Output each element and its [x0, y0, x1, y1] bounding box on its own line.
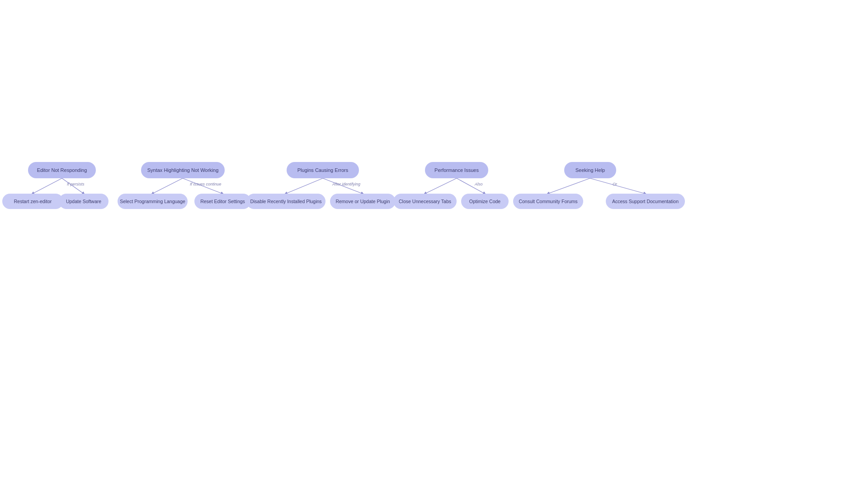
connector-label-if-issues: If issues continue: [190, 182, 222, 186]
svg-line-6: [425, 178, 457, 194]
node-close-tabs[interactable]: Close Unnecessary Tabs: [393, 194, 457, 209]
node-reset-editor-settings[interactable]: Reset Editor Settings: [194, 194, 251, 209]
node-remove-update-plugin[interactable]: Remove or Update Plugin: [330, 194, 396, 209]
node-syntax-highlighting[interactable]: Syntax Highlighting Not Working: [141, 162, 225, 178]
node-update-software[interactable]: Update Software: [59, 194, 108, 209]
svg-line-9: [590, 178, 645, 194]
node-optimize-code[interactable]: Optimize Code: [461, 194, 509, 209]
connector-lines: [0, 0, 868, 490]
connector-label-also: Also: [475, 182, 483, 186]
diagram-container: Editor Not Responding If persists Restar…: [0, 0, 868, 490]
node-performance-issues[interactable]: Performance Issues: [425, 162, 488, 178]
node-seeking-help[interactable]: Seeking Help: [564, 162, 616, 178]
node-restart-zen-editor[interactable]: Restart zen-editor: [2, 194, 63, 209]
node-select-programming-language[interactable]: Select Programming Language: [118, 194, 188, 209]
connector-label-after-identifying: After identifying: [332, 182, 360, 186]
node-disable-plugins[interactable]: Disable Recently Installed Plugins: [246, 194, 326, 209]
connector-label-or: Or: [613, 182, 617, 186]
node-consult-forums[interactable]: Consult Community Forums: [513, 194, 583, 209]
connector-label-if-persists: If persists: [67, 182, 85, 186]
svg-line-4: [286, 178, 323, 194]
node-plugins-causing-errors[interactable]: Plugins Causing Errors: [287, 162, 359, 178]
svg-line-2: [152, 178, 183, 194]
svg-line-8: [548, 178, 590, 194]
node-editor-not-responding[interactable]: Editor Not Responding: [28, 162, 96, 178]
svg-line-0: [33, 178, 62, 194]
node-access-support-docs[interactable]: Access Support Documentation: [606, 194, 685, 209]
